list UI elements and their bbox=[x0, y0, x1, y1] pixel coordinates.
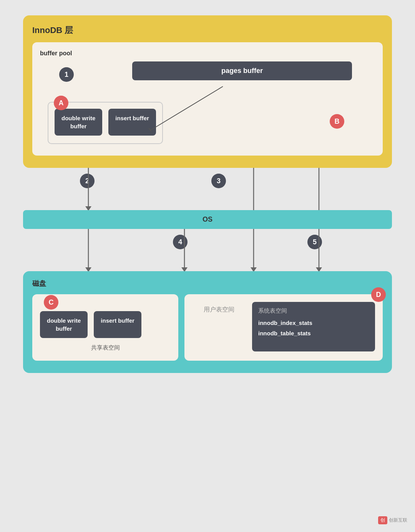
disk-inner: C double writebuffer insert buffer 共享表空间… bbox=[32, 294, 383, 361]
double-write-buffer-disk: double writebuffer bbox=[40, 311, 88, 338]
arrows-svg-2 bbox=[23, 229, 392, 271]
pages-buffer-bar: pages buffer bbox=[132, 61, 352, 80]
badge-A: A bbox=[54, 96, 68, 110]
disk-section: 磁盘 C double writebuffer insert buffer 共享… bbox=[23, 271, 392, 373]
badge-B: B bbox=[330, 114, 344, 129]
innodb-table-stats: innodb_table_stats bbox=[258, 328, 369, 338]
svg-marker-5 bbox=[85, 267, 91, 271]
badge-3: 3 bbox=[211, 174, 226, 188]
arrows-section-2: 4 5 bbox=[23, 229, 392, 271]
buffer-pool-label: buffer pool bbox=[40, 50, 375, 57]
os-bar: OS bbox=[23, 210, 392, 229]
user-system-space: D 用户表空间 系统表空间 innodb_index_stats innodb_… bbox=[184, 294, 383, 361]
system-tablespace: 系统表空间 innodb_index_stats innodb_table_st… bbox=[252, 302, 375, 351]
insert-buffer-disk: insert buffer bbox=[94, 311, 141, 338]
arrows-svg-1 bbox=[23, 168, 392, 210]
buffer-pool: buffer pool pages buffer 1 A bbox=[32, 42, 383, 156]
shared-space: C double writebuffer insert buffer 共享表空间 bbox=[32, 294, 178, 361]
left-section: A double writebuffer insert buffer bbox=[48, 90, 163, 144]
inner-box: A double writebuffer insert buffer bbox=[48, 102, 163, 144]
badge-4: 4 bbox=[173, 235, 188, 249]
watermark: 创 创新互联 bbox=[378, 516, 407, 524]
right-section: B bbox=[163, 86, 375, 133]
svg-marker-11 bbox=[316, 267, 322, 271]
insert-buffer-pool: insert buffer bbox=[108, 109, 156, 136]
svg-marker-1 bbox=[85, 206, 91, 210]
badge-5: 5 bbox=[307, 235, 322, 249]
arrows-section-1: 2 3 bbox=[23, 168, 392, 210]
badge-1: 1 bbox=[59, 67, 74, 82]
watermark-label: 创新互联 bbox=[389, 517, 407, 524]
disk-label: 磁盘 bbox=[32, 279, 383, 288]
badge-2: 2 bbox=[80, 174, 95, 188]
innodb-layer: InnoDB 层 buffer pool pages buffer 1 bbox=[23, 15, 392, 168]
badge-D: D bbox=[371, 287, 386, 302]
watermark-icon: 创 bbox=[378, 516, 387, 524]
main-diagram: InnoDB 层 buffer pool pages buffer 1 bbox=[23, 15, 392, 373]
buffer-items: double writebuffer insert buffer bbox=[55, 109, 156, 136]
svg-marker-7 bbox=[181, 267, 188, 271]
buffer-pool-inner: 1 A double writebuffer insert buffer bbox=[40, 86, 375, 144]
shared-buffer-items: double writebuffer insert buffer bbox=[40, 311, 171, 338]
double-write-buffer-pool: double writebuffer bbox=[55, 109, 102, 136]
user-tablespace: 用户表空间 bbox=[192, 302, 246, 351]
badge-C: C bbox=[44, 295, 58, 310]
innodb-label: InnoDB 层 bbox=[32, 25, 383, 36]
innodb-index-stats: innodb_index_stats bbox=[258, 318, 369, 328]
system-tablespace-title: 系统表空间 bbox=[258, 307, 369, 315]
os-label: OS bbox=[203, 215, 212, 223]
svg-marker-9 bbox=[251, 267, 257, 271]
user-tablespace-label: 用户表空间 bbox=[204, 306, 234, 314]
shared-space-label: 共享表空间 bbox=[40, 344, 171, 351]
system-tablespace-items: innodb_index_stats innodb_table_stats bbox=[258, 318, 369, 338]
